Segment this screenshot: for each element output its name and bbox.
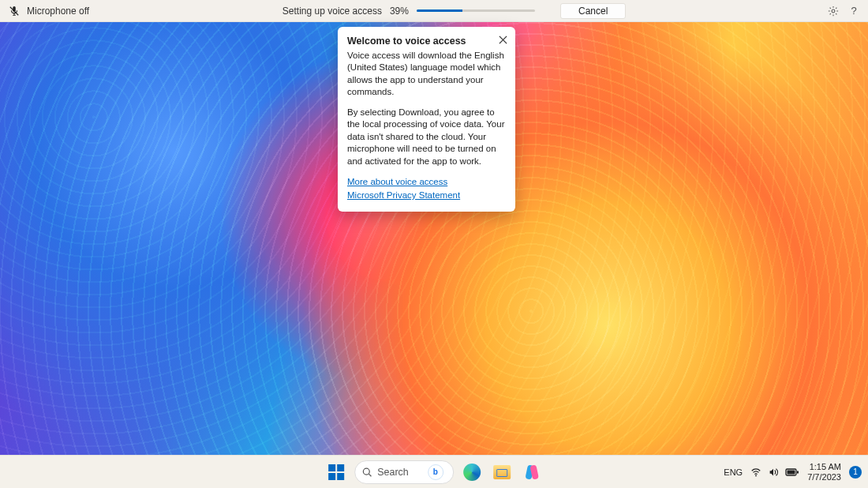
svg-point-4 — [755, 475, 757, 476]
welcome-popup: Welcome to voice access Voice access wil… — [338, 27, 515, 212]
windows-logo-icon — [328, 464, 344, 480]
folder-icon — [493, 465, 511, 479]
file-explorer-button[interactable] — [490, 460, 514, 484]
taskbar-search[interactable]: Search b — [354, 460, 454, 484]
setup-label: Setting up voice access — [282, 6, 382, 17]
language-indicator[interactable]: ENG — [724, 467, 743, 477]
settings-icon[interactable] — [827, 5, 840, 17]
setup-progress: Setting up voice access 39% Cancel — [282, 3, 626, 19]
popup-body-2: By selecting Download, you agree to the … — [347, 107, 506, 168]
date-label: 7/7/2023 — [807, 472, 841, 482]
svg-rect-6 — [788, 470, 795, 474]
edge-button[interactable] — [460, 460, 484, 484]
notification-badge[interactable]: 1 — [849, 466, 862, 479]
copilot-button[interactable] — [520, 460, 544, 484]
mic-status-label: Microphone off — [27, 6, 89, 17]
svg-point-1 — [832, 9, 835, 13]
voice-access-bar: Microphone off Setting up voice access 3… — [0, 0, 868, 22]
clock[interactable]: 1:15 AM 7/7/2023 — [807, 462, 841, 482]
start-button[interactable] — [324, 460, 348, 484]
cancel-button[interactable]: Cancel — [560, 3, 626, 19]
progress-fill — [417, 9, 463, 12]
time-label: 1:15 AM — [807, 462, 841, 472]
search-label: Search — [377, 467, 409, 478]
wifi-icon — [750, 467, 761, 478]
close-icon[interactable] — [496, 33, 509, 46]
system-tray[interactable] — [750, 467, 799, 478]
svg-point-2 — [363, 468, 369, 475]
taskbar-center: Search b — [324, 460, 544, 484]
taskbar-right: ENG 1:15 AM 7/7/2023 1 — [724, 462, 862, 482]
copilot-icon — [523, 464, 541, 481]
setup-percent: 39% — [390, 6, 409, 17]
svg-rect-7 — [797, 471, 799, 473]
bing-icon[interactable]: b — [428, 464, 443, 480]
progress-bar — [417, 9, 535, 12]
help-icon[interactable]: ? — [847, 5, 860, 17]
privacy-link[interactable]: Microsoft Privacy Statement — [347, 190, 506, 202]
microphone-off-icon[interactable] — [8, 5, 21, 17]
more-about-link[interactable]: More about voice access — [347, 176, 506, 189]
taskbar: Search b ENG 1:15 AM 7/7/2023 1 — [0, 455, 868, 488]
search-icon — [361, 467, 372, 478]
svg-line-3 — [369, 474, 371, 476]
popup-body-1: Voice access will download the English (… — [347, 50, 506, 99]
battery-icon — [785, 467, 799, 477]
edge-icon — [463, 464, 481, 481]
popup-title: Welcome to voice access — [347, 35, 506, 48]
volume-icon — [768, 467, 779, 478]
